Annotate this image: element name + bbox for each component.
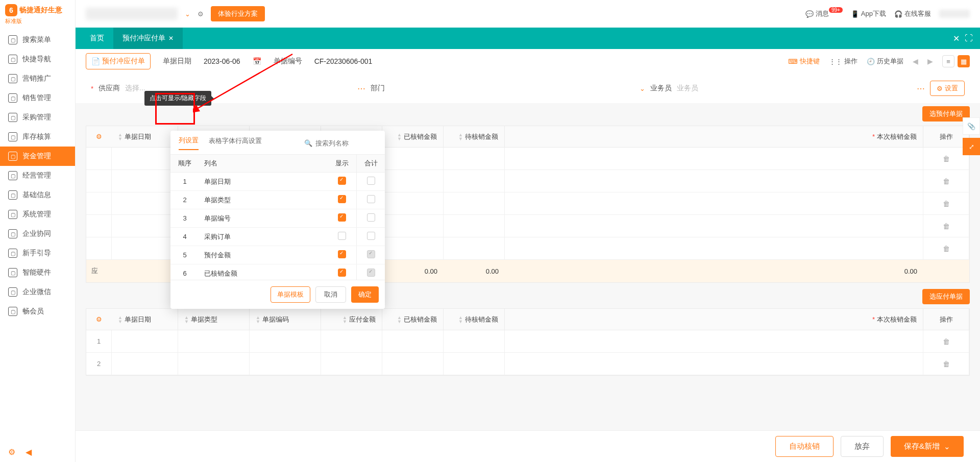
- sum-checkbox[interactable]: [367, 177, 375, 185]
- popup-tab-rowheight[interactable]: 表格字体行高设置: [209, 136, 262, 150]
- delete-row-icon[interactable]: 🗑: [943, 177, 950, 185]
- grid1-column-settings-icon[interactable]: ⚙: [86, 133, 112, 140]
- brand-edition: 标准版: [5, 17, 70, 25]
- messages-button[interactable]: 💬 消息99+: [805, 9, 843, 18]
- sidebar-item-14[interactable]: ▢畅会员: [0, 302, 75, 321]
- nav-icon: ▢: [8, 113, 17, 122]
- tab-document[interactable]: 预付冲应付单✕: [113, 28, 183, 49]
- doc-date-value[interactable]: 2023-06-06: [204, 57, 240, 65]
- auto-writeoff-button[interactable]: 自动核销: [775, 436, 834, 457]
- grid2-column-settings-icon[interactable]: ⚙: [86, 315, 112, 323]
- calendar-icon[interactable]: 📅: [253, 57, 261, 65]
- show-checkbox[interactable]: [338, 213, 346, 222]
- nav-icon: ▢: [8, 190, 17, 200]
- sum-checkbox[interactable]: [367, 232, 375, 240]
- salesman-more-icon[interactable]: ⋯: [917, 84, 925, 93]
- sidebar-item-0[interactable]: ▢搜索菜单: [0, 30, 75, 50]
- sum-checkbox[interactable]: [367, 269, 375, 277]
- table-row[interactable]: 1🗑: [86, 330, 969, 353]
- sidebar-item-8[interactable]: ▢基础信息: [0, 185, 75, 205]
- show-checkbox[interactable]: [338, 232, 346, 240]
- delete-row-icon[interactable]: 🗑: [943, 337, 950, 346]
- save-new-button[interactable]: 保存&新增⌄: [891, 436, 964, 457]
- sidebar-item-9[interactable]: ▢系统管理: [0, 205, 75, 224]
- experience-button[interactable]: 体验行业方案: [211, 6, 265, 21]
- prev-doc-icon[interactable]: ◀: [913, 57, 918, 65]
- sidebar-item-12[interactable]: ▢智能硬件: [0, 263, 75, 282]
- expand-icon[interactable]: ⤢: [963, 138, 980, 155]
- dept-input[interactable]: [390, 84, 634, 92]
- doc-type-tab[interactable]: 📄 预付冲应付单: [86, 53, 151, 69]
- shortcut-button[interactable]: ⌨ 快捷键: [788, 57, 820, 66]
- sidebar-collapse-icon[interactable]: ◀: [26, 447, 32, 457]
- show-checkbox[interactable]: [338, 269, 346, 277]
- view-list-icon[interactable]: ≡: [942, 55, 954, 67]
- sidebar-item-5[interactable]: ▢库存核算: [0, 127, 75, 147]
- nav-icon: ▢: [8, 74, 17, 83]
- nav-icon: ▢: [8, 132, 17, 141]
- main: ⌄ ⚙ 体验行业方案 💬 消息99+ 📱 App下载 🎧 在线客服 首页 预付冲…: [76, 0, 980, 462]
- delete-row-icon[interactable]: 🗑: [943, 360, 950, 368]
- nav-icon: ▢: [8, 287, 17, 297]
- topbar-gear-icon[interactable]: ⚙: [198, 10, 204, 18]
- delete-row-icon[interactable]: 🗑: [943, 155, 950, 163]
- grid-payable: ⚙ ▲▼单据日期 ▲▼单据类型 ▲▼单据编码 ▲▼应付金额 ▲▼已核销金额 ▲▼…: [86, 308, 970, 376]
- popup-template-button[interactable]: 单据模板: [271, 286, 310, 303]
- operate-button[interactable]: ⋮⋮ 操作: [829, 57, 857, 66]
- view-grid-icon[interactable]: ▦: [958, 55, 970, 67]
- column-settings-popup: 列设置 表格字体行高设置 🔍 顺序 列名 显示 合计 1单据日期2单据类型3单据…: [170, 131, 385, 309]
- supplier-more-icon[interactable]: ⋯: [357, 84, 365, 93]
- salesman-input[interactable]: 业务员: [677, 84, 912, 93]
- sidebar-item-3[interactable]: ▢销售管理: [0, 88, 75, 108]
- topbar: ⌄ ⚙ 体验行业方案 💬 消息99+ 📱 App下载 🎧 在线客服: [76, 0, 980, 28]
- table-row[interactable]: 2🗑: [86, 353, 969, 375]
- tab-fullscreen-icon[interactable]: ⛶: [965, 34, 973, 43]
- delete-row-icon[interactable]: 🗑: [943, 222, 950, 230]
- dept-chevron-icon[interactable]: ⌄: [640, 85, 645, 92]
- tenant-chevron-icon[interactable]: ⌄: [185, 10, 190, 18]
- show-checkbox[interactable]: [338, 250, 346, 258]
- popup-search-input[interactable]: [315, 139, 377, 147]
- popup-cancel-button[interactable]: 取消: [315, 286, 346, 303]
- tab-home[interactable]: 首页: [81, 28, 113, 49]
- sidebar-item-7[interactable]: ▢经营管理: [0, 166, 75, 185]
- discard-button[interactable]: 放弃: [841, 436, 884, 457]
- side-float-buttons: 📎 ⤢: [963, 117, 980, 155]
- nav-icon: ▢: [8, 35, 17, 44]
- popup-ok-button[interactable]: 确定: [351, 286, 379, 303]
- sidebar-item-13[interactable]: ▢企业微信: [0, 282, 75, 302]
- sidebar-item-1[interactable]: ▢快捷导航: [0, 50, 75, 69]
- col-date[interactable]: 单据日期: [125, 132, 151, 141]
- show-checkbox[interactable]: [338, 195, 346, 203]
- sidebar-item-6[interactable]: ▢资金管理: [0, 147, 75, 166]
- col-pending[interactable]: 待核销金额: [465, 132, 498, 141]
- delete-row-icon[interactable]: 🗑: [943, 200, 950, 208]
- tab-close-icon[interactable]: ✕: [168, 35, 174, 42]
- sum-checkbox[interactable]: [367, 195, 375, 203]
- tab-close-all-icon[interactable]: ✕: [953, 34, 960, 43]
- next-doc-icon[interactable]: ▶: [927, 57, 933, 65]
- form-settings-button[interactable]: ⚙ 设置: [930, 81, 965, 96]
- sidebar-item-11[interactable]: ▢新手引导: [0, 244, 75, 263]
- delete-row-icon[interactable]: 🗑: [943, 245, 950, 253]
- app-download-button[interactable]: 📱 App下载: [851, 9, 886, 18]
- col-this[interactable]: 本次核销金额: [877, 132, 917, 141]
- sidebar-settings-icon[interactable]: ⚙: [8, 447, 15, 457]
- history-button[interactable]: 🕘 历史单据: [867, 57, 903, 66]
- sum-checkbox[interactable]: [367, 213, 375, 222]
- popup-tab-columns[interactable]: 列设置: [179, 136, 199, 150]
- tabstrip: 首页 预付冲应付单✕ ✕ ⛶: [76, 28, 980, 49]
- show-checkbox[interactable]: [338, 177, 346, 185]
- sidebar: 6畅捷通好生意 标准版 ▢搜索菜单▢快捷导航▢营销推广▢销售管理▢采购管理▢库存…: [0, 0, 76, 462]
- select-payable-button[interactable]: 选应付单据: [922, 289, 970, 304]
- col-written[interactable]: 已核销金额: [404, 132, 437, 141]
- sidebar-item-2[interactable]: ▢营销推广: [0, 69, 75, 88]
- attachment-icon[interactable]: 📎: [963, 117, 980, 135]
- support-button[interactable]: 🎧 在线客服: [894, 9, 931, 18]
- total-written: 0.00: [382, 260, 444, 282]
- sidebar-item-10[interactable]: ▢企业协同: [0, 224, 75, 244]
- sidebar-item-4[interactable]: ▢采购管理: [0, 108, 75, 127]
- nav-icon: ▢: [8, 171, 17, 180]
- dept-label: 部门: [371, 84, 385, 93]
- sum-checkbox[interactable]: [367, 250, 375, 258]
